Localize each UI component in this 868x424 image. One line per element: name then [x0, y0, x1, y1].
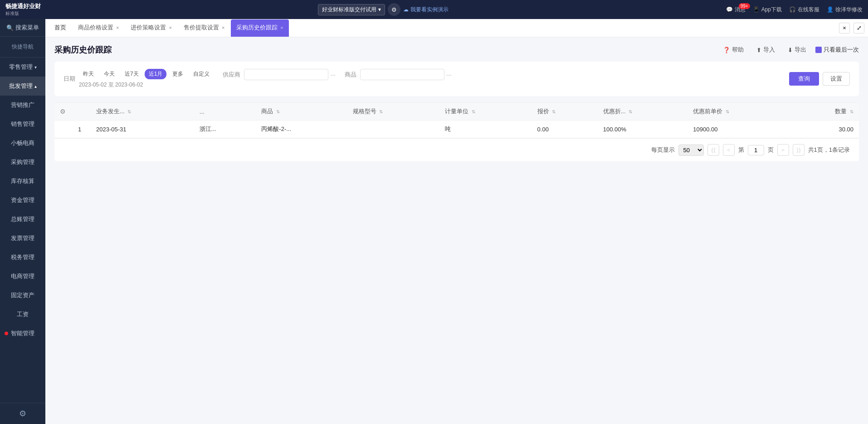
th-unit[interactable]: 计量单位 ⇅	[439, 103, 532, 120]
import-label: 导入	[763, 46, 775, 54]
sidebar-item-invoice[interactable]: 发票管理	[0, 229, 45, 248]
sidebar-item-tax[interactable]: 税务管理	[0, 248, 45, 267]
date-opt-last7[interactable]: 近7天	[121, 69, 143, 79]
app-download-button[interactable]: 📱 App下载	[753, 6, 782, 14]
th-quantity[interactable]: 数量 ⇅	[793, 103, 859, 120]
sidebar-item-purchase[interactable]: 采购管理	[0, 153, 45, 172]
tab-sale-price-close[interactable]: ×	[222, 25, 224, 30]
help-button[interactable]: ❓ 帮助	[719, 44, 747, 55]
tab-purchase-strategy-close[interactable]: ×	[169, 25, 171, 30]
date-opt-yesterday[interactable]: 昨天	[79, 69, 98, 79]
page-prev-button[interactable]: ＜	[723, 144, 735, 156]
supplier-input[interactable]	[244, 69, 328, 80]
tab-history-price-label: 采购历史价跟踪	[236, 24, 278, 32]
sidebar-item-smart[interactable]: 智能管理	[0, 324, 45, 343]
chevron-down-icon: ▾	[378, 6, 381, 13]
tab-price-close[interactable]: ×	[116, 25, 119, 30]
app-logo: 畅捷通好业财 标准版	[5, 2, 41, 17]
online-service-button[interactable]: 🎧 在线客服	[789, 6, 819, 14]
supplier-dots[interactable]: ···	[330, 71, 336, 78]
th-discount[interactable]: 优惠折... ⇅	[598, 103, 688, 120]
tab-history-price[interactable]: 采购历史价跟踪 ×	[231, 19, 288, 37]
table-header: ⚙ 业务发生... ⇅ ... 商品	[54, 103, 859, 120]
tab-purchase-strategy[interactable]: 进价策略设置 ×	[125, 19, 177, 37]
tab-home[interactable]: 首页	[49, 19, 72, 37]
smart-dot	[5, 332, 8, 335]
sidebar-label-ecommerce-small: 小畅电商	[11, 139, 34, 147]
last-only-checkbox[interactable]	[815, 47, 822, 53]
th-price-label: 报价	[537, 108, 549, 115]
page-label: 第	[738, 146, 744, 154]
tab-sale-price[interactable]: 售价提取设置 ×	[178, 19, 230, 37]
settings-button[interactable]: 设置	[823, 72, 850, 86]
product-filter-group: 商品 ···	[345, 69, 452, 80]
sidebar-settings-button[interactable]: ⚙	[19, 409, 26, 419]
date-opt-more[interactable]: 更多	[168, 69, 187, 79]
sidebar-item-wholesale[interactable]: 批发管理 ▴	[0, 77, 45, 96]
sidebar-item-general-ledger[interactable]: 总账管理	[0, 210, 45, 229]
td-product: 丙烯酸-2-...	[256, 120, 347, 138]
page-title: 采购历史价跟踪	[54, 44, 112, 55]
tab-price-label: 商品价格设置	[78, 24, 113, 32]
sort-icon-product: ⇅	[276, 109, 280, 114]
main-layout: 🔍 搜索菜单 快捷导航 零售管理 ▾ 批发管理 ▴ 营销推广 销售管理 小畅电商…	[0, 19, 868, 424]
sidebar-item-finance[interactable]: 资金管理	[0, 191, 45, 210]
sidebar-label-invoice: 发票管理	[11, 234, 34, 242]
sidebar-label-ecommerce: 电商管理	[11, 272, 34, 280]
quick-nav-label: 快捷导航	[12, 43, 34, 50]
product-dots[interactable]: ···	[446, 71, 452, 78]
date-option-buttons: 昨天 今天 近7天 近1月 更多 自定义	[79, 69, 214, 79]
sidebar-item-marketing[interactable]: 营销推广	[0, 96, 45, 115]
th-expand[interactable]: ...	[194, 103, 256, 120]
page-first-button[interactable]: ⟨⟨	[707, 144, 719, 156]
td-supplier: 浙江...	[194, 120, 256, 138]
tab-expand-button[interactable]: ⤢	[853, 23, 864, 34]
last-only-checkbox-label[interactable]: 只看最后一次	[815, 46, 859, 54]
version-select[interactable]: 好业财标准版交付试用 ▾	[318, 4, 385, 15]
query-button[interactable]: 查询	[789, 72, 819, 86]
export-button[interactable]: ⬇ 导出	[784, 44, 810, 55]
sidebar-label-general-ledger: 总账管理	[11, 215, 34, 223]
th-date[interactable]: 业务发生... ⇅	[91, 103, 194, 120]
sidebar-item-ecommerce-small[interactable]: 小畅电商	[0, 134, 45, 153]
date-opt-custom[interactable]: 自定义	[189, 69, 214, 79]
table-settings-icon[interactable]: ⚙	[60, 108, 66, 115]
tab-price[interactable]: 商品价格设置 ×	[73, 19, 124, 37]
tab-close-button[interactable]: ×	[839, 23, 850, 34]
sidebar-label-finance: 资金管理	[11, 196, 34, 204]
th-spec[interactable]: 规格型号 ⇅	[347, 103, 439, 120]
sidebar-item-assets[interactable]: 固定资产	[0, 286, 45, 305]
sidebar-item-sales[interactable]: 销售管理	[0, 115, 45, 134]
sort-icon-date: ⇅	[127, 109, 131, 114]
sort-icon-quantity: ⇅	[850, 109, 853, 114]
tab-history-price-close[interactable]: ×	[280, 25, 283, 30]
date-range-display: 2023-05-02 至 2023-06-02	[79, 81, 214, 89]
sidebar-item-ecommerce[interactable]: 电商管理	[0, 267, 45, 286]
page-size-select[interactable]: 50 100 200	[678, 145, 704, 156]
message-button[interactable]: 💬 消息 99+	[726, 6, 746, 14]
sidebar-search[interactable]: 🔍 搜索菜单	[0, 19, 45, 37]
sidebar-item-salary[interactable]: 工资	[0, 305, 45, 324]
date-opt-last1m[interactable]: 近1月	[145, 69, 167, 79]
sidebar-item-inventory[interactable]: 库存核算	[0, 172, 45, 191]
page-last-button[interactable]: ⟩⟩	[793, 144, 805, 156]
top-bar-right: 💬 消息 99+ 📱 App下载 🎧 在线客服 👤 徐泽华修改	[726, 6, 863, 14]
th-price[interactable]: 报价 ⇅	[532, 103, 598, 120]
settings-icon[interactable]: ⚙	[388, 3, 400, 16]
sidebar-search-label: 搜索菜单	[15, 24, 39, 32]
page-input[interactable]	[748, 145, 764, 155]
th-product[interactable]: 商品 ⇅	[256, 103, 347, 120]
user-menu[interactable]: 👤 徐泽华修改	[827, 6, 863, 14]
sidebar-item-quick-nav[interactable]: 快捷导航	[0, 39, 45, 54]
tab-home-label: 首页	[54, 24, 66, 32]
help-icon: ❓	[723, 47, 730, 53]
sidebar-item-retail[interactable]: 零售管理 ▾	[0, 58, 45, 77]
th-pre-discount-price[interactable]: 优惠前单价 ⇅	[688, 103, 793, 120]
td-num: 1	[73, 120, 91, 138]
import-button[interactable]: ⬆ 导入	[753, 44, 779, 55]
td-row-settings	[54, 120, 73, 138]
product-input[interactable]	[360, 69, 444, 80]
demo-link[interactable]: ☁ 我要看实例演示	[403, 6, 449, 14]
date-opt-today[interactable]: 今天	[100, 69, 119, 79]
page-next-button[interactable]: ＞	[777, 144, 789, 156]
